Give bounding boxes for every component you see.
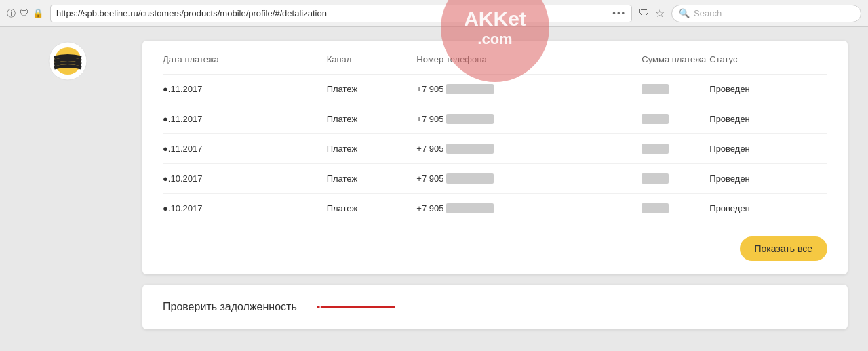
- show-all-button[interactable]: Показать все: [740, 236, 827, 261]
- main-area: AKKet .com Дата платежа Канал Номер теле…: [136, 27, 868, 351]
- col-header-amount: Сумма платежа: [642, 54, 709, 75]
- table-row: ●.10.2017 Платеж +7 905 Проведен: [163, 194, 827, 224]
- payments-table-card: AKKet .com Дата платежа Канал Номер теле…: [142, 41, 848, 274]
- sidebar: [0, 27, 136, 351]
- cell-phone-0: +7 905: [416, 75, 642, 104]
- col-header-phone: Номер телефона: [416, 54, 642, 75]
- cell-phone-4: +7 905: [416, 194, 642, 224]
- url-text: https://spb.beeline.ru/customers/product…: [56, 8, 327, 18]
- search-icon: 🔍: [679, 8, 690, 18]
- shield-icon: 🛡: [20, 8, 28, 18]
- cell-channel-0: Платеж: [327, 75, 417, 104]
- cell-date-4: ●.10.2017: [163, 194, 327, 224]
- cell-phone-1: +7 905: [416, 104, 642, 134]
- arrow-icon: [317, 297, 399, 317]
- table-row: ●.11.2017 Платеж +7 905 Проведен: [163, 104, 827, 134]
- cell-status-2: Проведен: [709, 134, 827, 164]
- cell-phone-2: +7 905: [416, 134, 642, 164]
- cell-status-3: Проведен: [709, 164, 827, 194]
- show-all-row: Показать все: [163, 223, 827, 261]
- browser-action-icons: 🛡 ☆: [639, 7, 665, 20]
- arrow-container: [317, 297, 399, 317]
- watermark-line2: .com: [477, 30, 512, 48]
- info-icon: ⓘ: [7, 7, 16, 20]
- browser-chrome: ⓘ 🛡 🔒 https://spb.beeline.ru/customers/p…: [0, 0, 868, 27]
- address-bar[interactable]: https://spb.beeline.ru/customers/product…: [50, 5, 632, 22]
- browser-security-icons: ⓘ 🛡 🔒: [7, 7, 43, 20]
- cell-amount-4: [642, 194, 709, 224]
- table-row: ●.11.2017 Платеж +7 905 Проведен: [163, 134, 827, 164]
- table-row: ●.11.2017 Платеж +7 905 Проведен: [163, 75, 827, 104]
- col-header-date: Дата платежа: [163, 54, 327, 75]
- cell-channel-4: Платеж: [327, 194, 417, 224]
- cell-status-4: Проведен: [709, 194, 827, 224]
- col-header-channel: Канал: [327, 54, 417, 75]
- cell-date-0: ●.11.2017: [163, 75, 327, 104]
- search-box[interactable]: 🔍 Search: [671, 5, 861, 22]
- search-placeholder: Search: [694, 8, 722, 18]
- debt-check-text: Проверить задолженность: [163, 301, 297, 313]
- lock-icon: 🔒: [33, 8, 43, 18]
- cell-status-0: Проведен: [709, 75, 827, 104]
- cell-amount-2: [642, 134, 709, 164]
- cell-amount-0: [642, 75, 709, 104]
- cell-amount-3: [642, 164, 709, 194]
- debt-check-card[interactable]: Проверить задолженность: [142, 285, 848, 329]
- page-content: AKKet .com Дата платежа Канал Номер теле…: [0, 27, 868, 351]
- cell-channel-2: Платеж: [327, 134, 417, 164]
- col-header-status: Статус: [709, 54, 827, 75]
- cell-date-3: ●.10.2017: [163, 164, 327, 194]
- cell-date-2: ●.11.2017: [163, 134, 327, 164]
- cell-date-1: ●.11.2017: [163, 104, 327, 134]
- payments-table: Дата платежа Канал Номер телефона Сумма …: [163, 54, 827, 223]
- table-row: ●.10.2017 Платеж +7 905 Проведен: [163, 164, 827, 194]
- cell-channel-1: Платеж: [327, 104, 417, 134]
- beeline-logo: [47, 41, 88, 81]
- menu-dots-icon[interactable]: •••: [612, 8, 626, 18]
- cell-channel-3: Платеж: [327, 164, 417, 194]
- star-icon[interactable]: ☆: [655, 7, 665, 20]
- shield-badge-icon[interactable]: 🛡: [639, 7, 650, 20]
- cell-status-1: Проведен: [709, 104, 827, 134]
- cell-amount-1: [642, 104, 709, 134]
- cell-phone-3: +7 905: [416, 164, 642, 194]
